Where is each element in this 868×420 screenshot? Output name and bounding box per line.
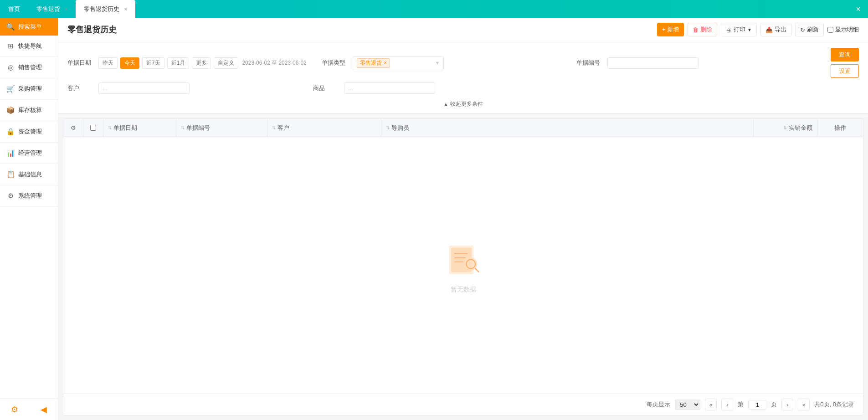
date-buttons: 昨天 今天 近7天 近1月 更多 自定义 — [98, 57, 238, 69]
date-btn-today[interactable]: 今天 — [120, 57, 139, 69]
th-date[interactable]: ⇅ 单据日期 — [103, 119, 176, 137]
topbar-right: × — [851, 5, 868, 14]
page-next-icon: › — [786, 401, 788, 408]
inventory-icon: 📦 — [6, 106, 15, 114]
tab-retail-return-history[interactable]: 零售退货历史 × — [76, 0, 135, 18]
date-btn-7days[interactable]: 近7天 — [142, 57, 164, 69]
sidebar-search[interactable]: 🔍 搜索菜单 — [0, 18, 58, 36]
select-all-checkbox[interactable] — [90, 125, 96, 131]
th-bill-no[interactable]: ⇅ 单据编号 — [176, 119, 267, 137]
page-first-button[interactable]: « — [705, 399, 717, 410]
th-guide[interactable]: ⇅ 导购员 — [381, 119, 754, 137]
operations-icon: 📊 — [6, 149, 15, 157]
collapse-button[interactable]: ▲ 收起更多条件 — [443, 100, 483, 108]
show-details-checkbox[interactable] — [827, 27, 833, 33]
export-button[interactable]: 📤 导出 — [760, 23, 791, 36]
bill-number-label: 单据编号 — [576, 59, 604, 67]
page-title: 零售退货历史 — [67, 24, 117, 35]
sidebar-item-sales-mgmt[interactable]: ◎ 销售管理 — [0, 57, 58, 78]
sidebar-item-quick-nav-label: 快捷导航 — [18, 42, 42, 50]
collapse-sidebar-icon[interactable]: ◀ — [41, 405, 47, 415]
tab-retail-return[interactable]: 零售退货 × — [28, 0, 76, 18]
add-button[interactable]: + 新增 — [657, 23, 684, 36]
column-settings-icon[interactable]: ⚙ — [71, 124, 76, 131]
sort-customer-icon: ⇅ — [272, 125, 276, 130]
empty-icon — [443, 237, 484, 278]
page-number-input[interactable] — [748, 400, 766, 410]
show-details-toggle[interactable]: 显示明细 — [827, 26, 859, 34]
date-btn-1month[interactable]: 近1月 — [167, 57, 190, 69]
window-close-button[interactable]: × — [856, 5, 861, 14]
sidebar-item-system-mgmt[interactable]: ⚙ 系统管理 — [0, 185, 58, 207]
sidebar-item-operations-label: 经营管理 — [18, 149, 42, 157]
th-customer-label: 客户 — [277, 124, 289, 132]
tab-retail-return-history-close[interactable]: × — [124, 6, 127, 12]
query-button[interactable]: 查询 — [831, 48, 859, 61]
sales-icon: ◎ — [6, 63, 15, 72]
sidebar-item-inventory-label: 库存核算 — [18, 106, 42, 114]
goods-label: 商品 — [313, 84, 340, 92]
print-icon: 🖨 — [726, 26, 732, 33]
th-amount-label: 实销金额 — [789, 124, 812, 132]
sidebar-item-quick-nav[interactable]: ⊞ 快捷导航 — [0, 36, 58, 57]
customer-filter-group: 客户 ... — [67, 82, 298, 94]
sidebar-item-finance-mgmt[interactable]: 🔒 资金管理 — [0, 121, 58, 143]
customer-select[interactable]: ... — [98, 82, 190, 94]
bill-type-tag-remove[interactable]: × — [384, 60, 387, 66]
page-next-button[interactable]: › — [781, 399, 793, 410]
page-prev-icon: ‹ — [726, 401, 728, 408]
empty-state: 暂无数据 — [63, 137, 863, 394]
tab-retail-return-close[interactable]: × — [65, 6, 67, 12]
sidebar-item-purchase-mgmt[interactable]: 🛒 采购管理 — [0, 78, 58, 100]
settings-button[interactable]: 设置 — [831, 64, 859, 78]
bill-type-label: 单据类型 — [322, 59, 349, 67]
page-prefix: 第 — [738, 400, 744, 409]
sort-guide-icon: ⇅ — [386, 125, 390, 130]
toolbar: + 新增 🗑 删除 🖨 打印 ▼ 📤 导出 ↻ — [657, 23, 859, 36]
sidebar-item-sales-label: 销售管理 — [18, 63, 42, 72]
refresh-button[interactable]: ↻ 刷新 — [795, 23, 824, 36]
th-customer[interactable]: ⇅ 客户 — [267, 119, 381, 137]
delete-label: 删除 — [700, 26, 712, 34]
page-size-select[interactable]: 50 10 20 100 — [675, 400, 700, 410]
sidebar-item-operations-mgmt[interactable]: 📊 经营管理 — [0, 143, 58, 164]
sort-bill-icon: ⇅ — [181, 125, 185, 130]
tab-home[interactable]: 首页 — [0, 0, 28, 18]
content-area: 零售退货历史 + 新增 🗑 删除 🖨 打印 ▼ 📤 导出 — [58, 18, 868, 420]
print-label: 打印 — [734, 26, 745, 34]
empty-text: 暂无数据 — [451, 286, 476, 294]
sidebar-item-inventory-calc[interactable]: 📦 库存核算 — [0, 100, 58, 121]
page-prev-button[interactable]: ‹ — [721, 399, 733, 410]
bill-number-input[interactable] — [607, 57, 699, 69]
settings-bottom-icon[interactable]: ⚙ — [11, 405, 18, 415]
sort-amount-icon: ⇅ — [783, 125, 787, 130]
th-op-label: 操作 — [834, 124, 846, 132]
system-icon: ⚙ — [6, 192, 15, 200]
bill-type-dropdown-icon: ▼ — [435, 60, 440, 66]
goods-filter-group: 商品 ... — [313, 82, 544, 94]
export-label: 导出 — [775, 26, 786, 34]
th-date-label: 单据日期 — [113, 124, 137, 132]
sidebar-item-basic-info[interactable]: 📋 基础信息 — [0, 164, 58, 185]
bill-type-select[interactable]: 零售退货 × ▼ — [353, 56, 444, 70]
goods-select[interactable]: ... — [344, 82, 435, 94]
th-amount[interactable]: ⇅ 实销金额 — [754, 119, 817, 137]
date-btn-yesterday[interactable]: 昨天 — [98, 57, 118, 69]
th-op: 操作 — [817, 119, 863, 137]
print-button[interactable]: 🖨 打印 ▼ — [721, 23, 757, 36]
page-first-icon: « — [709, 401, 713, 408]
page-last-icon: » — [802, 401, 806, 408]
date-btn-more[interactable]: 更多 — [192, 57, 211, 69]
filter-row-2: 客户 ... 商品 ... — [67, 82, 859, 94]
page-size-label: 每页显示 — [647, 400, 670, 409]
date-btn-custom[interactable]: 自定义 — [214, 57, 238, 69]
th-settings[interactable]: ⚙ — [63, 119, 83, 137]
filter-action-buttons: 查询 设置 — [831, 48, 859, 78]
purchase-icon: 🛒 — [6, 85, 15, 93]
collapse-label: 收起更多条件 — [450, 100, 483, 108]
refresh-label: 刷新 — [807, 26, 819, 34]
tab-retail-return-history-label: 零售退货历史 — [84, 5, 119, 13]
page-last-button[interactable]: » — [798, 399, 810, 410]
main-layout: 🔍 搜索菜单 ⊞ 快捷导航 ◎ 销售管理 🛒 采购管理 📦 库存核算 🔒 资金管… — [0, 18, 868, 420]
delete-button[interactable]: 🗑 删除 — [688, 23, 717, 36]
